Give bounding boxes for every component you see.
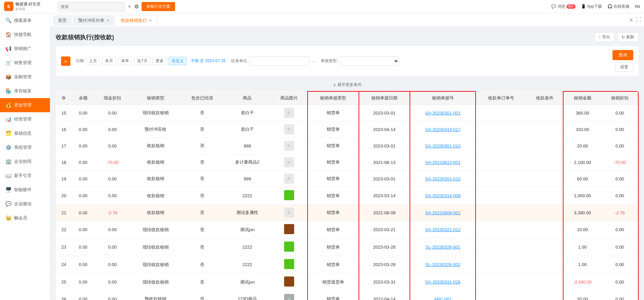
sidebar-label-member: 畅会员 [14, 215, 27, 221]
message-badge: 99+ [567, 4, 576, 9]
cell-bill-no: SA-20210808-001 [410, 205, 476, 221]
cell-bill-date: 2023-03-31 [359, 273, 410, 291]
tab-bar-controls: ✕ ⛶ [629, 17, 641, 23]
sidebar-item-wechat[interactable]: 💬 企业微信 [0, 197, 50, 211]
date-btn-more[interactable]: 更多 [153, 57, 167, 65]
search-input[interactable] [58, 2, 125, 11]
cell-verify-discount: 0.00 [601, 138, 638, 154]
message-btn[interactable]: 💬 消息 99+ [551, 4, 576, 9]
setting-btn[interactable]: 设置 [615, 62, 633, 72]
gear-icon[interactable]: ⚙ [134, 3, 139, 10]
cell-no: 20 [56, 187, 72, 205]
sidebar-item-basic[interactable]: 🗂️ 基础信息 [0, 126, 50, 140]
cell-bill-no: SL-20230328-002 [410, 256, 476, 273]
top-right-actions: 💬 消息 99+ 📱 App下载 🎧 在线客服 Rit [551, 4, 640, 9]
date-btn-this-year[interactable]: 本年 [118, 57, 132, 65]
tab-prepaid[interactable]: 预付冲应付单 ✕ [73, 15, 114, 26]
app-download-btn[interactable]: 📱 App下载 [581, 4, 602, 9]
table-row: 20 0.00 0.00 收款核销 否 2222 销货单 2023-03-14 … [56, 187, 638, 205]
sidebar-item-member[interactable]: 👑 畅会员 [0, 211, 50, 225]
tab-receipt-verify[interactable]: 收款核销执行 ✕ [116, 15, 157, 26]
sidebar-item-hardware[interactable]: 🖥️ 智能硬件 [0, 183, 50, 197]
sidebar-item-inventory[interactable]: 🏪 库存核算 [0, 84, 50, 98]
cell-product-image [271, 221, 308, 239]
cell-product: 2222 [224, 187, 271, 205]
tab-home[interactable]: 首页 [53, 15, 72, 26]
cell-verify-type: 预收款核销 [130, 291, 180, 300]
filter-expand-btn[interactable]: » [61, 56, 70, 66]
th-bill-no: 核销单据号 [410, 91, 476, 105]
expand-more-label: 展开更多条件 [337, 82, 362, 88]
date-btn-this-month[interactable]: 本月 [102, 57, 116, 65]
cell-balance: 0.00 [72, 256, 94, 273]
sidebar-item-system[interactable]: ⚙️ 系统管理 [0, 140, 50, 155]
filter-partner-group: 往来单位 ··· [231, 56, 316, 66]
cell-balance: 0.00 [72, 138, 94, 154]
cell-no: 15 [56, 105, 72, 121]
tab-receipt-verify-close[interactable]: ✕ [149, 18, 152, 23]
partner-label: 往来单位 [231, 58, 247, 64]
cell-bill-type: 销货单 [308, 256, 359, 273]
cell-product: 测试jun [224, 273, 271, 291]
cell-receipt-order [476, 121, 526, 138]
maximize-icon[interactable]: ⛶ [636, 17, 641, 23]
online-service-btn[interactable]: 🎧 在线客服 [607, 4, 630, 9]
expand-more-btn[interactable]: ∨ 展开更多条件 [56, 80, 639, 90]
cell-bill-date: 2021-08-08 [359, 205, 410, 221]
sidebar-label-inventory: 库存核算 [14, 88, 32, 94]
enterprise-icon: 🏢 [5, 159, 11, 165]
sidebar-label-marketing: 营销推广 [14, 46, 32, 52]
top-search-area: ▼ ⚙ 体验行业方案 [58, 2, 548, 11]
bill-type-select[interactable] [339, 56, 399, 66]
cell-bill-no: SL-20230328-001 [410, 239, 476, 256]
cell-cash-discount: 0.00 [94, 138, 130, 154]
th-balance: 余额 [72, 91, 94, 105]
industry-btn[interactable]: 体验行业方案 [142, 2, 175, 11]
data-table: ⚙ 余额 现金折扣 核销类型 包含已结清 商品 商品图片 核销单据类型 核销单据… [56, 91, 639, 300]
sidebar-label-hardware: 智能硬件 [14, 187, 32, 193]
sidebar-item-marketing[interactable]: 📢 营销推广 [0, 42, 50, 56]
cell-included-cleared: 否 [181, 105, 224, 121]
cell-included-cleared: 否 [181, 291, 224, 300]
th-settings[interactable]: ⚙ [56, 91, 72, 105]
partner-more-icon[interactable]: ··· [312, 58, 316, 64]
date-btn-last-month[interactable]: 上月 [86, 57, 100, 65]
date-btn-7days[interactable]: 近7天 [134, 57, 151, 65]
sidebar-item-enterprise[interactable]: 🏢 企业协同 [0, 155, 50, 169]
sidebar-item-sales[interactable]: 🛒 销售管理 [0, 56, 50, 70]
tab-receipt-verify-label: 收款核销执行 [121, 17, 147, 24]
cell-verify-type: 收款核销 [130, 171, 180, 187]
cell-bill-type: 销货单 [308, 171, 359, 187]
table-row: 15 0.00 0.00 现结收款核销 否 老白干 图 销货单 2023-03-… [56, 105, 638, 121]
system-icon: ⚙️ [5, 144, 11, 151]
cell-bill-date: 2023-03-01 [359, 105, 410, 121]
cell-product-image: 图 [271, 171, 308, 187]
sidebar-item-quick-nav[interactable]: 🏠 快捷导航 [0, 28, 50, 42]
cell-included-cleared: 否 [181, 154, 224, 171]
tab-prepaid-close[interactable]: ✕ [106, 18, 109, 23]
sidebar-item-purchase[interactable]: 📦 采购管理 [0, 70, 50, 84]
cell-receipt-order [476, 138, 526, 154]
cell-receipt-condition [526, 154, 563, 171]
sidebar-item-guide[interactable]: 📖 新手引导 [0, 169, 50, 183]
cell-product: 999 [224, 171, 271, 187]
sidebar-item-search[interactable]: 🔍 搜索菜单 [0, 13, 50, 28]
main-area: 首页 预付冲应付单 ✕ 收款核销执行 ✕ ✕ ⛶ 收款核销执行(按收款) [50, 13, 644, 300]
logo-sub: 标准版 [15, 7, 41, 11]
cell-bill-type: 销货单 [308, 205, 359, 221]
export-btn[interactable]: ↑ 导出 [594, 32, 614, 42]
sidebar-item-operation[interactable]: 📊 经营管理 [0, 112, 50, 126]
partner-input[interactable] [249, 56, 310, 66]
sidebar-item-finance[interactable]: 💰 资金管理 [0, 98, 50, 112]
query-btn[interactable]: 查询 [612, 50, 633, 60]
cell-balance: 0.00 [72, 154, 94, 171]
refresh-btn[interactable]: ↻ 刷新 [617, 32, 639, 42]
close-window-icon[interactable]: ✕ [629, 17, 633, 23]
cell-included-cleared: 否 [181, 187, 224, 205]
cell-balance: 0.00 [72, 105, 94, 121]
cell-no: 21 [56, 205, 72, 221]
cell-product: 测试jun [224, 221, 271, 239]
cell-receipt-order [476, 273, 526, 291]
date-btn-custom[interactable]: 自定义 [169, 57, 187, 65]
cell-product-image [271, 256, 308, 273]
